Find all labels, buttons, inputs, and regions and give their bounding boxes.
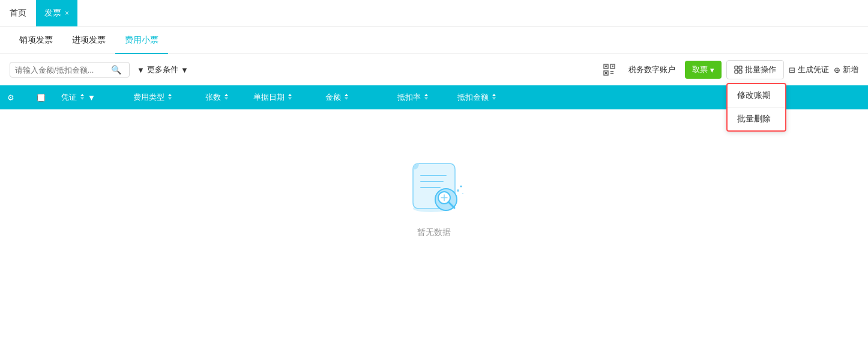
toolbar-left: 🔍 ▼ 更多条件 ▼ xyxy=(10,62,188,78)
amount-sort-icon xyxy=(343,93,349,102)
settings-icon: ⚙ xyxy=(7,93,14,102)
svg-rect-9 xyxy=(612,73,613,74)
top-nav: 首页 发票 × xyxy=(0,0,868,26)
voucher-filter-icon[interactable]: ▼ xyxy=(88,93,95,102)
tab-expense[interactable]: 费用小票 xyxy=(115,26,168,54)
take-ticket-label: 取票 xyxy=(692,64,708,75)
close-icon[interactable]: × xyxy=(65,9,69,17)
gen-voucher-icon: ⊟ xyxy=(789,66,795,75)
tax-account-btn[interactable]: 税务数字账户 xyxy=(624,62,680,78)
svg-rect-13 xyxy=(739,70,742,73)
filter-label: 更多条件 xyxy=(147,64,178,75)
svg-rect-5 xyxy=(605,72,607,74)
col-voucher[interactable]: 凭证 ▼ xyxy=(59,92,131,103)
qr-icon xyxy=(603,64,615,76)
dropdown-item-modify-period[interactable]: 修改账期 xyxy=(728,84,785,107)
add-new-label: 新增 xyxy=(843,64,858,75)
select-all-checkbox[interactable] xyxy=(37,94,45,102)
empty-illustration xyxy=(398,157,470,218)
batch-op-dropdown: 修改账期 批量删除 xyxy=(726,83,786,132)
date-sort-icon xyxy=(287,93,293,102)
tab-purchase[interactable]: 进项发票 xyxy=(62,26,115,54)
col-count[interactable]: 张数 xyxy=(203,92,251,103)
col-expense-type[interactable]: 费用类型 xyxy=(131,92,203,103)
svg-point-25 xyxy=(462,193,463,194)
col-date[interactable]: 单据日期 xyxy=(251,92,323,103)
svg-rect-7 xyxy=(612,71,613,72)
deduct-rate-sort-icon xyxy=(423,93,429,102)
svg-rect-10 xyxy=(735,66,738,69)
toolbar-right: 税务数字账户 取票 ▾ 批量操作 ⊟ 生成凭证 xyxy=(600,60,858,79)
svg-rect-6 xyxy=(610,71,612,72)
col-checkbox[interactable] xyxy=(35,94,59,102)
svg-rect-1 xyxy=(605,66,607,67)
sub-tabs: 销项发票 进项发票 费用小票 xyxy=(0,26,868,54)
search-box[interactable]: 🔍 xyxy=(10,62,130,78)
gen-voucher-btn[interactable]: ⊟ 生成凭证 xyxy=(789,64,829,75)
deduct-amount-sort-icon xyxy=(491,93,497,102)
take-ticket-btn[interactable]: 取票 ▾ xyxy=(685,61,722,79)
gen-voucher-label: 生成凭证 xyxy=(798,64,829,75)
tab-sales[interactable]: 销项发票 xyxy=(10,26,62,54)
nav-tab-invoice[interactable]: 发票 × xyxy=(36,0,77,26)
main-area: 销项发票 进项发票 费用小票 🔍 ▼ 更多条件 ▼ xyxy=(0,26,868,351)
dropdown-item-batch-delete[interactable]: 批量删除 xyxy=(728,107,785,130)
batch-op-btn[interactable]: 批量操作 xyxy=(726,60,784,79)
search-icon[interactable]: 🔍 xyxy=(111,65,121,75)
add-new-btn[interactable]: ⊕ 新增 xyxy=(834,64,858,75)
svg-point-23 xyxy=(457,189,459,192)
col-settings[interactable]: ⚙ xyxy=(5,93,35,102)
col-deduct-rate[interactable]: 抵扣率 xyxy=(395,92,455,103)
voucher-sort-icon xyxy=(79,93,85,102)
count-sort-icon xyxy=(223,93,229,102)
svg-point-24 xyxy=(460,186,462,188)
toolbar: 🔍 ▼ 更多条件 ▼ xyxy=(0,54,868,85)
svg-rect-3 xyxy=(612,66,613,67)
qr-icon-btn[interactable] xyxy=(600,60,619,79)
filter-icon: ▼ xyxy=(137,66,145,75)
nav-tab-label: 发票 xyxy=(44,8,61,19)
col-deduct-amount[interactable]: 抵扣金额 xyxy=(455,92,527,103)
batch-op-label: 批量操作 xyxy=(745,64,776,75)
expense-type-sort-icon xyxy=(167,93,173,102)
svg-rect-12 xyxy=(735,70,738,73)
add-icon: ⊕ xyxy=(834,66,840,75)
svg-rect-8 xyxy=(610,73,612,74)
batch-op-icon xyxy=(734,66,743,74)
take-ticket-arrow-icon: ▾ xyxy=(710,66,714,75)
filter-chevron-icon: ▼ xyxy=(181,66,188,75)
empty-label: 暂无数据 xyxy=(417,227,451,238)
nav-home[interactable]: 首页 xyxy=(0,8,36,19)
empty-svg xyxy=(398,157,470,218)
svg-rect-11 xyxy=(739,66,742,69)
search-input[interactable] xyxy=(15,66,111,75)
empty-state: 暂无数据 xyxy=(0,109,868,274)
col-amount[interactable]: 金额 xyxy=(323,92,395,103)
filter-btn[interactable]: ▼ 更多条件 ▼ xyxy=(137,64,188,75)
